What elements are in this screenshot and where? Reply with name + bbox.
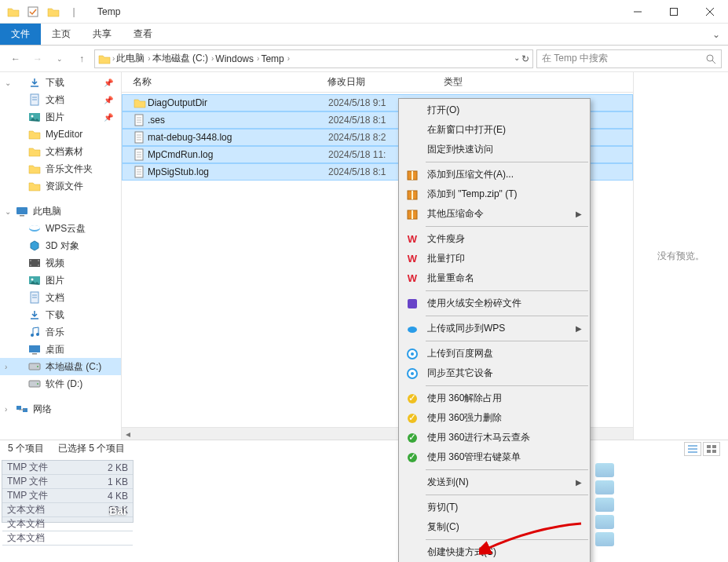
scroll-left-icon[interactable]: ◂ bbox=[122, 428, 134, 440]
thumbnail-row: 文本文档 bbox=[2, 517, 133, 531]
ribbon-home-tab[interactable]: 主页 bbox=[41, 24, 82, 45]
context-menu-item[interactable]: W批量重命名 bbox=[399, 268, 590, 288]
tree-pc-item[interactable]: WPS云盘 bbox=[0, 220, 121, 237]
file-name: .ses bbox=[148, 115, 328, 126]
ribbon-file-tab[interactable]: 文件 bbox=[0, 24, 41, 45]
context-menu-item[interactable]: ✓使用 360管理右键菜单 bbox=[399, 447, 590, 467]
context-menu-label: 上传或同步到WPS bbox=[427, 322, 505, 335]
tree-quick-item[interactable]: 音乐文件夹 bbox=[0, 160, 121, 177]
context-menu-label: 打开(O) bbox=[427, 104, 459, 117]
context-menu-item[interactable]: 上传或同步到WPS▶ bbox=[399, 319, 590, 338]
tree-quick-item[interactable]: ⌄下载📌 bbox=[0, 74, 121, 91]
back-button[interactable]: ← bbox=[6, 49, 25, 68]
context-menu-item[interactable]: 创建快捷方式(S) bbox=[399, 542, 590, 562]
tree-quick-item[interactable]: 文档素材 bbox=[0, 143, 121, 160]
file-icon bbox=[134, 148, 148, 161]
context-menu-item[interactable]: 添加到 "Temp.zip" (T) bbox=[399, 184, 590, 204]
view-details-button[interactable] bbox=[684, 442, 701, 456]
context-menu-item[interactable]: 同步至其它设备 bbox=[399, 363, 590, 383]
context-menu-item[interactable]: 其他压缩命令▶ bbox=[399, 204, 590, 224]
breadcrumb-item[interactable]: 此电脑› bbox=[116, 52, 150, 65]
minimize-button[interactable] bbox=[620, 0, 656, 24]
refresh-icon[interactable]: ↻ bbox=[521, 53, 529, 64]
folder-icon bbox=[28, 162, 41, 175]
context-menu-item[interactable]: ✓使用 360解除占用 bbox=[399, 389, 590, 408]
context-menu-item[interactable]: ✓使用 360强力删除 bbox=[399, 408, 590, 428]
tree-pc-item[interactable]: 视频 bbox=[0, 254, 121, 272]
context-menu-separator bbox=[426, 162, 588, 162]
ribbon-expand-icon[interactable]: ⌄ bbox=[712, 29, 728, 40]
context-menu-label: 复制(C) bbox=[427, 520, 459, 534]
tree-quick-item[interactable]: 资源文件 bbox=[0, 177, 121, 195]
pin-icon: 📌 bbox=[104, 78, 113, 87]
tree-pc-item[interactable]: ›本地磁盘 (C:) bbox=[0, 358, 121, 375]
context-menu-item[interactable]: W文件瘦身 bbox=[399, 229, 590, 249]
close-button[interactable] bbox=[692, 0, 728, 24]
folder-icon bbox=[28, 145, 41, 158]
svg-rect-20 bbox=[38, 260, 39, 261]
tree-network[interactable]: › 网络 bbox=[0, 400, 121, 418]
context-menu-label: 使用 360解除占用 bbox=[427, 392, 502, 405]
context-menu-item[interactable]: 在新窗口中打开(E) bbox=[399, 120, 590, 140]
pc-icon bbox=[16, 205, 28, 217]
svg-line-6 bbox=[712, 60, 715, 64]
qat-folder-icon[interactable] bbox=[44, 2, 63, 21]
ribbon-view-tab[interactable]: 查看 bbox=[123, 24, 163, 45]
svg-point-35 bbox=[37, 383, 38, 385]
breadcrumb-item[interactable]: Temp› bbox=[261, 53, 290, 64]
chevron-right-icon: › bbox=[5, 405, 7, 414]
context-menu-item[interactable]: 固定到快速访问 bbox=[399, 140, 590, 159]
breadcrumb-item[interactable]: 本地磁盘 (C:)› bbox=[152, 52, 214, 65]
tree-pc-item[interactable]: 桌面 bbox=[0, 341, 121, 358]
tree-pc-item[interactable]: 软件 (D:) bbox=[0, 375, 121, 392]
context-menu-item[interactable]: 上传到百度网盘 bbox=[399, 344, 590, 363]
tree-pc-item[interactable]: 图片 bbox=[0, 272, 121, 289]
tree-pc-item[interactable]: 文档 bbox=[0, 289, 121, 306]
svg-point-28 bbox=[31, 334, 34, 337]
view-icons-button[interactable] bbox=[703, 442, 720, 456]
taskbar-preview-strip bbox=[595, 462, 614, 548]
svg-rect-65 bbox=[412, 191, 413, 199]
address-bar[interactable]: › 此电脑› 本地磁盘 (C:)› Windows› Temp› ⌄ ↻ bbox=[94, 49, 533, 68]
context-menu-label: 文件瘦身 bbox=[427, 232, 465, 246]
breadcrumb-item[interactable]: Windows› bbox=[215, 53, 259, 64]
context-menu-item[interactable]: 复制(C) bbox=[399, 517, 590, 537]
status-selected: 已选择 5 个项目 bbox=[58, 442, 125, 455]
address-dropdown-icon[interactable]: ⌄ bbox=[514, 53, 520, 64]
recent-dropdown[interactable]: ⌄ bbox=[50, 49, 69, 68]
disk-icon bbox=[28, 360, 41, 373]
search-input[interactable]: 在 Temp 中搜索 bbox=[536, 49, 722, 68]
svg-rect-63 bbox=[412, 171, 413, 180]
context-menu-item[interactable]: ✓使用 360进行木马云查杀 bbox=[399, 428, 590, 447]
col-name[interactable]: 名称 bbox=[133, 75, 327, 89]
forward-button[interactable]: → bbox=[28, 49, 47, 68]
tree-pc-item[interactable]: 音乐 bbox=[0, 323, 121, 341]
tree-quick-item[interactable]: 文档📌 bbox=[0, 91, 121, 108]
context-menu-item[interactable]: 使用火绒安全粉碎文件 bbox=[399, 294, 590, 313]
svg-rect-61 bbox=[712, 450, 716, 453]
tree-quick-item[interactable]: 图片📌 bbox=[0, 108, 121, 126]
svg-rect-68 bbox=[408, 299, 417, 308]
tree-this-pc[interactable]: ⌄ 此电脑 bbox=[0, 203, 121, 220]
svg-point-23 bbox=[31, 279, 34, 281]
context-menu-separator bbox=[426, 316, 588, 316]
file-icon bbox=[134, 131, 148, 144]
maximize-button[interactable] bbox=[656, 0, 692, 24]
context-menu-item[interactable]: 添加到压缩文件(A)... bbox=[399, 165, 590, 184]
context-menu-item[interactable]: 剪切(T) bbox=[399, 498, 590, 517]
tree-pc-item[interactable]: 下载 bbox=[0, 306, 121, 323]
ribbon-share-tab[interactable]: 共享 bbox=[82, 24, 123, 45]
tree-pc-item[interactable]: 3D 对象 bbox=[0, 237, 121, 254]
context-menu-item[interactable]: W批量打印 bbox=[399, 249, 590, 268]
download-icon bbox=[28, 308, 41, 321]
col-type[interactable]: 类型 bbox=[444, 75, 633, 89]
context-menu-item[interactable]: 打开(O) bbox=[399, 100, 590, 120]
context-menu-separator bbox=[426, 226, 588, 227]
qat-checkbox[interactable] bbox=[24, 2, 42, 21]
tree-quick-item[interactable]: MyEditor bbox=[0, 126, 121, 143]
watermark-text: Bai bbox=[109, 505, 126, 517]
chevron-right-icon: › bbox=[5, 363, 7, 371]
context-menu-item[interactable]: 发送到(N)▶ bbox=[399, 473, 590, 492]
up-button[interactable]: ↑ bbox=[72, 49, 91, 68]
col-date[interactable]: 修改日期 bbox=[327, 75, 444, 89]
